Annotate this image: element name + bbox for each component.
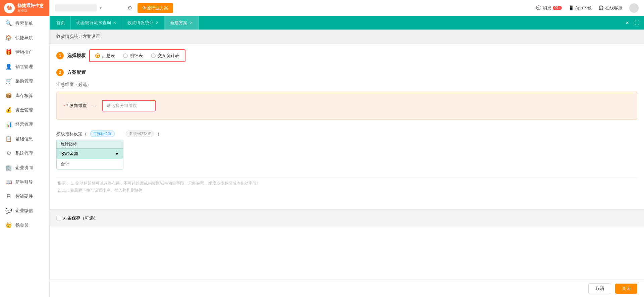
scheme-save-label: 方案保存（可选） (63, 215, 98, 221)
page-inner: 收款情况统计方案设置 1 选择模板 汇总表 (50, 30, 644, 280)
required-star: * (63, 103, 65, 108)
chevron-down-icon: ▼ (99, 6, 103, 10)
download-icon: 📱 (569, 5, 574, 10)
radio-cross-label: 交叉统计表 (158, 53, 179, 59)
section-content: 1 选择模板 汇总表 明细表 (50, 44, 644, 209)
sidebar-item-inventory-label: 库存核算 (15, 93, 33, 99)
dimension-input[interactable]: 请选择分组维度 (102, 100, 156, 111)
tab-new-scheme[interactable]: 新建方案 ✕ (165, 16, 199, 30)
sidebar-item-sales[interactable]: 👤 销售管理 (0, 59, 49, 74)
sidebar-item-wechat-label: 企业微信 (15, 208, 33, 214)
sidebar-item-basic-label: 基础信息 (15, 136, 33, 142)
metrics-section: 模板指标设定（ 可拖动位置 不可拖动位置 ） 统计指标 收款金额 ▼ (56, 125, 637, 169)
sidebar-item-guide-label: 新手引导 (15, 179, 33, 185)
user-avatar[interactable] (629, 3, 639, 13)
notification-badge: 99+ (553, 6, 562, 10)
sidebar-item-search[interactable]: 🔍 搜索菜单 (0, 16, 49, 31)
sidebar-item-finance[interactable]: 💰 资金管理 (0, 103, 49, 117)
sidebar-item-marketing[interactable]: 🎁 营销推广 (0, 45, 49, 59)
sidebar-item-purchase[interactable]: 🛒 采购管理 (0, 74, 49, 88)
app-version: 标准版 (17, 8, 44, 13)
dimension-section-label: 汇总维度（必选） (56, 82, 637, 88)
query-button[interactable]: 查询 (615, 284, 637, 294)
step2-num: 2 (56, 69, 64, 76)
radio-cross[interactable]: 交叉统计表 (151, 53, 179, 59)
step2-header: 2 方案配置 (56, 69, 637, 76)
money-icon: 💰 (5, 107, 12, 113)
logo-area: 畅 畅捷通好生意 标准版 (0, 0, 49, 16)
sidebar: 畅 畅捷通好生意 标准版 🔍 搜索菜单 🏠 快捷导航 🎁 营销推广 👤 销售管理… (0, 0, 50, 297)
stat-card-area: 统计指标 收款金额 ▼ 合计 (56, 140, 123, 169)
tab-receipts-close[interactable]: ✕ (156, 20, 159, 25)
tab-close-all-btn[interactable]: ✕ (623, 19, 631, 27)
page-title-bar: 收款情况统计方案设置 (50, 30, 644, 44)
step1-section: 1 选择模板 汇总表 明细表 (56, 49, 637, 62)
stat-card-header: 统计指标 (57, 140, 123, 149)
sidebar-item-member[interactable]: 👑 畅会员 (0, 218, 49, 232)
tab-bank-flow-close[interactable]: ✕ (113, 20, 116, 25)
monitor-icon: 🖥 (5, 193, 12, 199)
chevron-down-stat-icon: ▼ (115, 151, 119, 156)
settings-icon[interactable]: ⚙ (127, 5, 132, 11)
scheme-save-checkbox[interactable]: 方案保存（可选） (56, 215, 98, 221)
clipboard-icon: 📋 (5, 136, 12, 142)
notification-item[interactable]: 💬 消息 99+ (536, 5, 562, 11)
template-select: 汇总表 明细表 交叉统计表 (89, 49, 185, 62)
movable-tag: 可拖动位置 (90, 131, 115, 137)
sidebar-item-marketing-label: 营销推广 (15, 49, 33, 55)
tab-bank-flow-label: 现金银行流水查询 (76, 20, 111, 26)
step2-section: 2 方案配置 汇总维度（必选） * * 纵向维度 → (56, 69, 637, 197)
step1-num: 1 (56, 52, 64, 59)
sidebar-item-search-label: 搜索菜单 (15, 20, 33, 27)
tips-area: 提示： 1. 拖动标题栏可以调整布局，不可跨维度或指标区域拖动目字段（只能在同一… (56, 178, 637, 197)
tab-bank-flow[interactable]: 现金银行流水查询 ✕ (71, 16, 122, 30)
sidebar-item-management-label: 经营管理 (15, 121, 33, 128)
box-icon: 📦 (5, 92, 12, 99)
step1-header: 1 选择模板 汇总表 明细表 (56, 49, 637, 62)
tab-new-scheme-label: 新建方案 (170, 20, 187, 26)
checkbox-box (56, 216, 61, 220)
stat-card-item[interactable]: 收款金额 ▼ (57, 149, 123, 159)
stat-card-item-text: 收款金额 (61, 151, 78, 157)
sidebar-item-enterprise[interactable]: 🏢 企业协同 (0, 160, 49, 175)
footer-bar: 取消 查询 (50, 280, 644, 297)
sidebar-item-basic[interactable]: 📋 基础信息 (0, 132, 49, 146)
cart-icon: 🛒 (5, 78, 12, 84)
tab-maximize-btn[interactable]: ⛶ (633, 19, 641, 27)
sidebar-item-inventory[interactable]: 📦 库存核算 (0, 88, 49, 103)
radio-detail-circle (123, 53, 128, 58)
sidebar-item-hardware[interactable]: 🖥 智能硬件 (0, 189, 49, 203)
cancel-button[interactable]: 取消 (588, 283, 611, 294)
sidebar-item-system[interactable]: ⚙ 系统管理 (0, 146, 49, 160)
headset-icon: 🎧 (598, 5, 604, 10)
tab-receipts[interactable]: 收款情况统计 ✕ (122, 16, 165, 30)
chat-icon: 💬 (5, 207, 12, 214)
home-icon: 🏠 (5, 35, 12, 41)
sidebar-item-wechat[interactable]: 💬 企业微信 (0, 203, 49, 218)
breadcrumb-area: ▼ (55, 4, 122, 11)
tab-home[interactable]: 首页 (50, 16, 71, 30)
sidebar-item-management[interactable]: 📊 经营管理 (0, 117, 49, 132)
notification-label: 消息 (543, 5, 551, 11)
logo-text-area: 畅捷通好生意 标准版 (17, 3, 44, 13)
tip-line-2: 2. 点击标题栏下拉可设置排序、插入列和删除列 (56, 188, 637, 193)
download-label: App下载 (575, 5, 592, 11)
support-label: 在线客服 (605, 5, 623, 11)
tab-bar: 首页 现金银行流水查询 ✕ 收款情况统计 ✕ 新建方案 ✕ ✕ ⛶ (50, 16, 644, 30)
gear-icon: ⚙ (5, 150, 12, 156)
support-item[interactable]: 🎧 在线客服 (598, 5, 623, 11)
radio-detail[interactable]: 明细表 (123, 53, 143, 59)
sidebar-item-home[interactable]: 🏠 快捷导航 (0, 31, 49, 45)
industry-button[interactable]: 体验行业方案 (138, 3, 173, 13)
tab-new-scheme-close[interactable]: ✕ (190, 20, 193, 25)
book-icon: 📖 (5, 179, 12, 185)
stat-card-sub: 合计 (57, 159, 123, 169)
sidebar-item-guide[interactable]: 📖 新手引导 (0, 175, 49, 189)
download-item[interactable]: 📱 App下载 (569, 5, 592, 11)
breadcrumb-text (55, 4, 97, 11)
sidebar-item-system-label: 系统管理 (15, 150, 33, 156)
header-right: 💬 消息 99+ 📱 App下载 🎧 在线客服 (536, 3, 639, 13)
tab-right-controls: ✕ ⛶ (623, 19, 644, 27)
radio-summary[interactable]: 汇总表 (95, 53, 115, 59)
chart-icon: 📊 (5, 121, 12, 128)
